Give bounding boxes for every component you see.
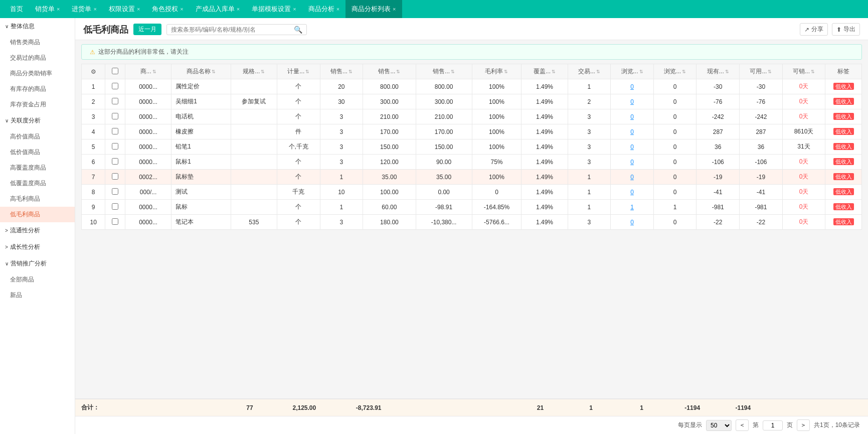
settings-icon[interactable]: ⚙ [91, 68, 96, 75]
col-sale-qty[interactable]: 销售... ⇅ [320, 64, 363, 79]
sidebar-section-整体信息[interactable]: ∨整体信息 [0, 18, 75, 35]
col-trade[interactable]: 交易... ⇅ [568, 64, 611, 79]
per-page-select[interactable]: 50 20 100 [706, 420, 732, 431]
sidebar-section-关联度分析[interactable]: ∨关联度分析 [0, 112, 75, 129]
select-all-checkbox[interactable] [112, 68, 118, 74]
cell-checkbox[interactable] [105, 200, 125, 215]
sidebar-item-商品分类助销率[interactable]: 商品分类助销率 [0, 66, 75, 81]
cell-checkbox[interactable] [105, 155, 125, 170]
col-name[interactable]: 商品名称 ⇅ [171, 64, 231, 79]
cell-name[interactable]: 电话机 [171, 109, 231, 124]
nav-item-商品分析[interactable]: 商品分析× [302, 0, 345, 18]
sidebar-item-低覆盖度商品[interactable]: 低覆盖度商品 [0, 176, 75, 191]
nav-close-icon[interactable]: × [57, 6, 60, 12]
sidebar-item-高价值商品[interactable]: 高价值商品 [0, 129, 75, 144]
sidebar-item-高毛利商品[interactable]: 高毛利商品 [0, 191, 75, 207]
cell-browse1[interactable]: 0 [611, 139, 654, 155]
share-button[interactable]: ↗ 分享 [800, 23, 828, 36]
sidebar-item-有库存的商品[interactable]: 有库存的商品 [0, 81, 75, 97]
sidebar-item-交易过的商品[interactable]: 交易过的商品 [0, 50, 75, 66]
nav-close-icon[interactable]: × [180, 6, 183, 12]
page-input[interactable] [763, 420, 783, 430]
cell-checkbox[interactable] [105, 185, 125, 200]
row-checkbox[interactable] [112, 143, 118, 150]
search-icon[interactable]: 🔍 [294, 26, 302, 34]
nav-item-单据模板设置[interactable]: 单据模板设置× [246, 0, 302, 18]
col-current[interactable]: 现有... ⇅ [697, 64, 740, 79]
cell-checkbox[interactable] [105, 139, 125, 155]
sidebar-section-成长性分析[interactable]: >成长性分析 [0, 239, 75, 255]
row-checkbox[interactable] [112, 188, 118, 195]
cell-name[interactable]: 鼠标垫 [171, 170, 231, 185]
filter-button[interactable]: 近一月 [133, 24, 161, 35]
nav-close-icon[interactable]: × [93, 6, 96, 12]
col-settings[interactable]: ⚙ [82, 64, 105, 79]
nav-close-icon[interactable]: × [237, 6, 240, 12]
cell-checkbox[interactable] [105, 94, 125, 109]
sidebar-item-高覆盖度商品[interactable]: 高覆盖度商品 [0, 160, 75, 176]
col-browse1[interactable]: 浏览... ⇅ [611, 64, 654, 79]
nav-item-商品分析列表[interactable]: 商品分析列表× [345, 0, 402, 18]
cell-checkbox[interactable] [105, 79, 125, 94]
cell-name[interactable]: 测试 [171, 185, 231, 200]
cell-name[interactable]: 橡皮擦 [171, 124, 231, 139]
col-coverage[interactable]: 覆盖... ⇅ [522, 64, 568, 79]
col-spec[interactable]: 规格... ⇅ [231, 64, 277, 79]
cell-checkbox[interactable] [105, 109, 125, 124]
sidebar-item-低价值商品[interactable]: 低价值商品 [0, 144, 75, 160]
cell-name[interactable]: 鼠标1 [171, 155, 231, 170]
cell-browse1[interactable]: 0 [611, 109, 654, 124]
cell-checkbox[interactable] [105, 124, 125, 139]
nav-item-权限设置[interactable]: 权限设置× [103, 0, 146, 18]
sidebar-item-新品[interactable]: 新品 [0, 287, 75, 303]
nav-close-icon[interactable]: × [293, 6, 296, 12]
prev-page-button[interactable]: ＜ [736, 419, 749, 431]
col-sale-amt[interactable]: 销售... ⇅ [363, 64, 416, 79]
row-checkbox[interactable] [112, 203, 118, 210]
nav-item-产成品入库单[interactable]: 产成品入库单× [190, 0, 246, 18]
row-checkbox[interactable] [112, 173, 118, 180]
nav-close-icon[interactable]: × [393, 6, 396, 12]
sidebar-item-库存资金占用[interactable]: 库存资金占用 [0, 97, 75, 112]
cell-checkbox[interactable] [105, 170, 125, 185]
nav-close-icon[interactable]: × [336, 6, 339, 12]
row-checkbox[interactable] [112, 98, 118, 104]
row-checkbox[interactable] [112, 83, 118, 89]
row-checkbox[interactable] [112, 218, 118, 225]
col-code[interactable]: 商... ⇅ [125, 64, 171, 79]
row-checkbox[interactable] [112, 113, 118, 119]
col-gross-rate[interactable]: 毛利率 ⇅ [472, 64, 522, 79]
col-available[interactable]: 可用... ⇅ [740, 64, 783, 79]
cell-name[interactable]: 吴细细1 [171, 94, 231, 109]
cell-browse1[interactable]: 0 [611, 185, 654, 200]
sidebar-section-流通性分析[interactable]: >流通性分析 [0, 222, 75, 239]
nav-close-icon[interactable]: × [137, 6, 140, 12]
sidebar-item-全部商品[interactable]: 全部商品 [0, 272, 75, 287]
row-checkbox[interactable] [112, 128, 118, 134]
nav-item-首页[interactable]: 首页 [4, 0, 29, 18]
nav-item-角色授权[interactable]: 角色授权× [146, 0, 189, 18]
cell-browse1[interactable]: 0 [611, 155, 654, 170]
col-browse2[interactable]: 浏览... ⇅ [653, 64, 697, 79]
cell-browse1[interactable]: 0 [611, 170, 654, 185]
sidebar-item-销售类商品[interactable]: 销售类商品 [0, 35, 75, 50]
cell-name[interactable]: 属性定价 [171, 79, 231, 94]
nav-item-进货单[interactable]: 进货单× [66, 0, 102, 18]
cell-browse1[interactable]: 0 [611, 94, 654, 109]
search-input[interactable] [171, 26, 294, 33]
nav-item-销货单[interactable]: 销货单× [29, 0, 66, 18]
export-button[interactable]: ⬆ 导出 [832, 23, 860, 36]
col-unit[interactable]: 计量... ⇅ [277, 64, 320, 79]
col-checkbox[interactable] [105, 64, 125, 79]
cell-name[interactable]: 笔记本 [171, 215, 231, 230]
next-page-button[interactable]: ＞ [797, 419, 810, 431]
cell-name[interactable]: 铅笔1 [171, 139, 231, 155]
cell-checkbox[interactable] [105, 215, 125, 230]
cell-browse1[interactable]: 0 [611, 79, 654, 94]
cell-browse1[interactable]: 0 [611, 215, 654, 230]
sidebar-item-低毛利商品[interactable]: 低毛利商品 [0, 207, 75, 222]
sidebar-section-营销推广分析[interactable]: ∨营销推广分析 [0, 255, 75, 272]
col-tag[interactable]: 标签 [825, 64, 862, 79]
cell-browse1[interactable]: 1 [611, 200, 654, 215]
col-sale-profit[interactable]: 销售... ⇅ [416, 64, 472, 79]
